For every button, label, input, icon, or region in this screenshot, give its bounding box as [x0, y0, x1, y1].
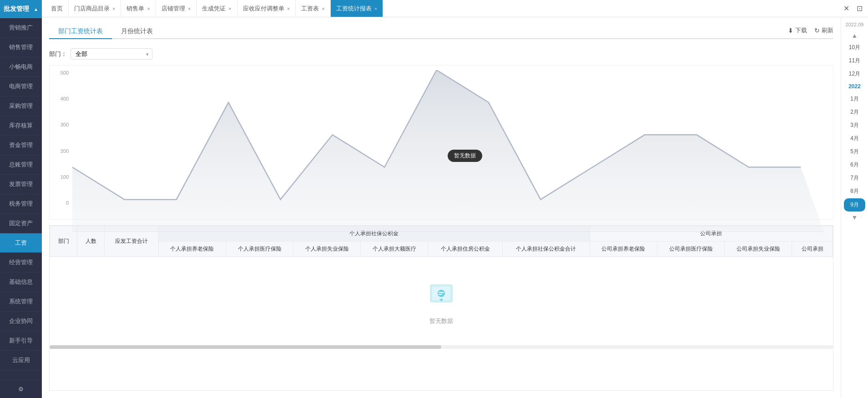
- sidebar-title: 批发管理: [4, 5, 29, 13]
- sidebar-item-system[interactable]: 系统管理: [0, 292, 42, 312]
- date-month-9-active[interactable]: 9月: [844, 198, 865, 212]
- sub-tab-department[interactable]: 部门工资统计表: [49, 25, 112, 39]
- date-panel: 2022.09 ▲ 10月 11月 12月 2022 1月 2月 3月 4月 5…: [841, 17, 868, 398]
- table-area: 部门 人数 应发工资合计 个人承担社保公积金 公司承担 个人承担养老保险 个人承…: [49, 225, 833, 391]
- filter-row: 部门： 全部: [49, 48, 833, 60]
- col-company-medical: 公司承担医疗保险: [657, 242, 725, 257]
- date-month-6[interactable]: 6月: [841, 158, 868, 171]
- tab-store-manage[interactable]: 店铺管理 ×: [156, 0, 197, 17]
- tab-voucher[interactable]: 生成凭证 ×: [197, 0, 237, 17]
- department-select-wrapper: 全部: [71, 48, 152, 60]
- tab-payroll-report[interactable]: 工资统计报表 ×: [331, 0, 383, 17]
- date-month-7[interactable]: 7月: [841, 171, 868, 185]
- sub-tab-bar: 部门工资统计表 月份统计表 ⬇ 下载 ↻ 刷新: [49, 25, 833, 39]
- empty-state: 暂无数据: [50, 257, 833, 343]
- sidebar-item-inventory[interactable]: 库存核算: [0, 116, 42, 136]
- department-filter-label: 部门：: [49, 50, 67, 58]
- tab-bar: 首页 门店商品目录 × 销售单 × 店铺管理 × 生成凭证 × 应收应付调整单 …: [42, 0, 868, 17]
- sidebar-item-marketing[interactable]: 营销推广: [0, 18, 42, 38]
- col-personal-major-medical: 个人承担大额医疗: [361, 242, 428, 257]
- date-month-12[interactable]: 12月: [841, 67, 868, 81]
- sidebar-item-operations[interactable]: 经营管理: [0, 253, 42, 272]
- sidebar-item-basic[interactable]: 基础信息: [0, 272, 42, 292]
- sidebar-item-ecommerce[interactable]: 电商管理: [0, 77, 42, 96]
- refresh-button[interactable]: ↻ 刷新: [814, 26, 833, 35]
- date-month-10[interactable]: 10月: [841, 41, 868, 54]
- sidebar-item-sales[interactable]: 销售管理: [0, 38, 42, 57]
- empty-text: 暂无数据: [429, 317, 453, 325]
- date-month-3[interactable]: 3月: [841, 119, 868, 132]
- tab-store-catalog[interactable]: 门店商品目录 ×: [69, 0, 121, 17]
- date-scroll-up[interactable]: ▲: [850, 30, 860, 41]
- tab-sales-order[interactable]: 销售单 ×: [121, 0, 156, 17]
- tab-close-payroll-report[interactable]: ×: [374, 6, 377, 11]
- sidebar-item-payroll[interactable]: 工资: [0, 233, 42, 253]
- page-content: 部门工资统计表 月份统计表 ⬇ 下载 ↻ 刷新: [42, 17, 841, 398]
- chart-tooltip: 暂无数据: [448, 150, 482, 162]
- settings-button[interactable]: ⚙: [0, 380, 42, 398]
- sidebar-item-cooperation[interactable]: 企业协同: [0, 312, 42, 331]
- y-axis: 500 400 300 200 100 0: [50, 70, 72, 206]
- svg-marker-0: [72, 70, 824, 232]
- sidebar-item-invoice[interactable]: 发票管理: [0, 175, 42, 194]
- col-personal-unemployment: 个人承担失业保险: [293, 242, 361, 257]
- tab-close-store-manage[interactable]: ×: [188, 6, 191, 11]
- sidebar-item-assets[interactable]: 固定资产: [0, 214, 42, 233]
- sidebar-header[interactable]: 批发管理 ▲: [0, 0, 42, 18]
- col-company-pension: 公司承担养老保险: [590, 242, 657, 257]
- date-month-11[interactable]: 11月: [841, 54, 868, 67]
- sidebar-item-finance[interactable]: 资金管理: [0, 136, 42, 155]
- date-month-5[interactable]: 5月: [841, 145, 868, 158]
- date-year-2022[interactable]: 2022: [841, 81, 868, 92]
- tab-close-sales-order[interactable]: ×: [147, 6, 150, 11]
- col-personal-pension: 个人承担养老保险: [158, 242, 226, 257]
- col-personal-total: 个人承担社保公积金合计: [502, 242, 590, 257]
- sidebar-item-guide[interactable]: 新手引导: [0, 331, 42, 351]
- col-personal-medical: 个人承担医疗保险: [226, 242, 293, 257]
- restore-icon[interactable]: ⊡: [855, 2, 864, 15]
- horizontal-scrollbar[interactable]: [50, 345, 833, 349]
- sub-tab-monthly[interactable]: 月份统计表: [112, 25, 162, 39]
- sidebar-item-ledger[interactable]: 总账管理: [0, 155, 42, 175]
- col-personal-housing: 个人承担住房公积金: [428, 242, 502, 257]
- download-button[interactable]: ⬇ 下载: [788, 26, 807, 35]
- gear-icon: ⚙: [18, 386, 24, 393]
- tab-bar-controls: ✕ ⊡: [842, 2, 864, 15]
- date-month-4[interactable]: 4月: [841, 132, 868, 145]
- svg-rect-6: [439, 294, 442, 295]
- date-current-label: 2022.09: [841, 19, 868, 30]
- empty-illustration: [423, 275, 459, 312]
- department-select[interactable]: 全部: [71, 48, 152, 60]
- tab-ar-ap[interactable]: 应收应付调整单 ×: [237, 0, 296, 17]
- main-area: 首页 门店商品目录 × 销售单 × 店铺管理 × 生成凭证 × 应收应付调整单 …: [42, 0, 868, 398]
- svg-point-4: [438, 290, 445, 297]
- tab-close-voucher[interactable]: ×: [228, 6, 231, 11]
- date-month-1[interactable]: 1月: [841, 92, 868, 106]
- close-all-icon[interactable]: ✕: [842, 2, 851, 15]
- col-company-other: 公司承担: [792, 242, 833, 257]
- scrollbar-thumb[interactable]: [50, 345, 441, 349]
- sidebar-collapse-icon: ▲: [34, 7, 38, 12]
- tab-close-store-catalog[interactable]: ×: [112, 6, 115, 11]
- sidebar-item-tax[interactable]: 税务管理: [0, 194, 42, 214]
- date-month-2[interactable]: 2月: [841, 106, 868, 119]
- sidebar-item-xiaochang[interactable]: 小畅电商: [0, 57, 42, 77]
- sidebar-item-cloud[interactable]: 云应用: [0, 351, 42, 370]
- download-icon: ⬇: [788, 27, 793, 34]
- date-scroll-down[interactable]: ▼: [850, 212, 860, 223]
- tab-close-ar-ap[interactable]: ×: [287, 6, 290, 11]
- refresh-icon: ↻: [814, 27, 820, 34]
- sidebar-item-purchase[interactable]: 采购管理: [0, 96, 42, 116]
- date-month-8[interactable]: 8月: [841, 185, 868, 198]
- tab-home[interactable]: 首页: [45, 0, 69, 17]
- tab-payroll[interactable]: 工资表 ×: [296, 0, 330, 17]
- sidebar: 批发管理 ▲ 营销推广 销售管理 小畅电商 电商管理 采购管理 库存核算 资金管…: [0, 0, 42, 398]
- content-area: 部门工资统计表 月份统计表 ⬇ 下载 ↻ 刷新: [42, 17, 868, 398]
- svg-rect-5: [439, 292, 444, 293]
- chart-svg: [72, 70, 824, 232]
- tab-close-payroll[interactable]: ×: [322, 6, 324, 11]
- col-company-unemployment: 公司承担失业保险: [725, 242, 792, 257]
- chart-area: 500 400 300 200 100 0: [49, 65, 833, 220]
